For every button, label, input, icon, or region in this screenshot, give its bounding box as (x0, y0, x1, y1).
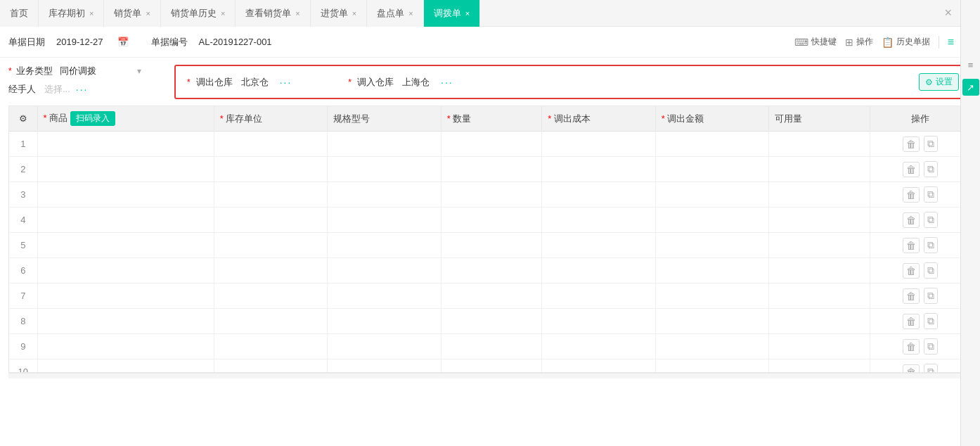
row-amount-5[interactable] (655, 233, 769, 258)
row-product-8[interactable] (37, 309, 214, 334)
row-amount-3[interactable] (655, 182, 769, 208)
row-spec-8[interactable] (328, 309, 441, 334)
copy-icon-10[interactable]: ⧉ (924, 364, 938, 373)
delete-icon-7[interactable]: 🗑 (903, 288, 920, 304)
tab-sales-order-close[interactable]: × (146, 9, 150, 18)
delete-icon-10[interactable]: 🗑 (903, 364, 920, 374)
main-close-btn[interactable]: × (944, 6, 952, 20)
row-qty-4[interactable] (441, 208, 542, 233)
tab-sales-history[interactable]: 销货单历史 × (161, 0, 236, 27)
row-unit-4[interactable] (214, 208, 328, 233)
business-type-value[interactable]: 同价调拨 (60, 65, 130, 77)
row-product-3[interactable] (37, 182, 214, 208)
row-spec-7[interactable] (328, 283, 441, 309)
delete-icon-4[interactable]: 🗑 (903, 212, 920, 228)
layout1-btn[interactable]: ≡ (948, 36, 954, 49)
row-spec-6[interactable] (328, 258, 441, 283)
row-spec-10[interactable] (328, 359, 441, 374)
row-cost-1[interactable] (542, 132, 656, 157)
right-panel-export-btn[interactable]: ↗ (962, 79, 979, 96)
tab-sales-history-close[interactable]: × (221, 9, 225, 18)
shortcut-btn[interactable]: ⌨ 快捷键 (794, 36, 837, 48)
row-cost-7[interactable] (542, 283, 656, 309)
row-unit-8[interactable] (214, 309, 328, 334)
row-qty-3[interactable] (441, 182, 542, 208)
row-spec-5[interactable] (328, 233, 441, 258)
row-product-7[interactable] (37, 283, 214, 309)
row-amount-10[interactable] (655, 359, 769, 374)
row-unit-3[interactable] (214, 182, 328, 208)
delete-icon-2[interactable]: 🗑 (903, 162, 920, 177)
row-product-9[interactable] (37, 334, 214, 359)
row-qty-1[interactable] (441, 132, 542, 157)
row-product-10[interactable] (37, 359, 214, 374)
tab-purchase[interactable]: 进货单 × (311, 0, 367, 27)
row-cost-5[interactable] (542, 233, 656, 258)
delete-icon-5[interactable]: 🗑 (903, 238, 920, 253)
tab-view-sales-close[interactable]: × (295, 9, 299, 18)
row-cost-6[interactable] (542, 258, 656, 283)
row-unit-5[interactable] (214, 233, 328, 258)
transfer-out-value[interactable]: 北京仓 (241, 76, 269, 89)
tab-transfer[interactable]: 调拨单 × (424, 0, 480, 27)
delete-icon-6[interactable]: 🗑 (903, 263, 920, 279)
delete-icon-8[interactable]: 🗑 (903, 314, 920, 329)
tab-inventory-check[interactable]: 盘点单 × (367, 0, 423, 27)
delete-icon-1[interactable]: 🗑 (903, 136, 920, 152)
tab-inventory-init-close[interactable]: × (89, 9, 94, 18)
row-product-4[interactable] (37, 208, 214, 233)
transfer-out-more-btn[interactable]: ··· (280, 77, 292, 88)
transfer-in-value[interactable]: 上海仓 (402, 76, 430, 89)
calendar-icon[interactable]: 📅 (117, 37, 129, 47)
copy-icon-4[interactable]: ⧉ (924, 212, 938, 228)
row-qty-7[interactable] (441, 283, 542, 309)
row-spec-1[interactable] (328, 132, 441, 157)
tab-transfer-close[interactable]: × (465, 9, 470, 18)
business-type-dropdown[interactable]: ▾ (137, 66, 141, 76)
copy-icon-9[interactable]: ⧉ (924, 338, 938, 355)
row-cost-2[interactable] (542, 157, 656, 182)
row-amount-8[interactable] (655, 309, 769, 334)
settings-btn[interactable]: ⚙ 设置 (919, 73, 959, 91)
copy-icon-6[interactable]: ⧉ (924, 262, 938, 279)
tab-sales-order[interactable]: 销货单 × (104, 0, 160, 27)
tab-home[interactable]: 首页 (0, 0, 39, 27)
copy-icon-8[interactable]: ⧉ (924, 313, 938, 329)
col-gear[interactable]: ⚙ (9, 106, 37, 132)
bottom-scrollbar[interactable] (8, 373, 972, 378)
tab-view-sales[interactable]: 查看销货单 × (236, 0, 310, 27)
delete-icon-9[interactable]: 🗑 (903, 339, 920, 355)
row-qty-2[interactable] (441, 157, 542, 182)
operator-value[interactable]: 选择... (44, 83, 70, 96)
row-cost-9[interactable] (542, 334, 656, 359)
row-amount-4[interactable] (655, 208, 769, 233)
operator-more-btn[interactable]: ··· (76, 84, 89, 95)
delete-icon-3[interactable]: 🗑 (903, 187, 920, 203)
row-amount-1[interactable] (655, 132, 769, 157)
copy-icon-1[interactable]: ⧉ (924, 136, 938, 152)
transfer-in-more-btn[interactable]: ··· (441, 77, 453, 88)
copy-icon-2[interactable]: ⧉ (924, 161, 938, 177)
row-product-6[interactable] (37, 258, 214, 283)
row-spec-3[interactable] (328, 182, 441, 208)
row-spec-2[interactable] (328, 157, 441, 182)
row-spec-9[interactable] (328, 334, 441, 359)
copy-icon-7[interactable]: ⧉ (924, 288, 938, 304)
row-amount-9[interactable] (655, 334, 769, 359)
copy-icon-5[interactable]: ⧉ (924, 237, 938, 253)
row-unit-1[interactable] (214, 132, 328, 157)
row-qty-5[interactable] (441, 233, 542, 258)
right-panel-list-btn[interactable]: ≡ (962, 56, 979, 73)
row-unit-9[interactable] (214, 334, 328, 359)
row-amount-6[interactable] (655, 258, 769, 283)
row-amount-2[interactable] (655, 157, 769, 182)
row-unit-10[interactable] (214, 359, 328, 374)
row-product-2[interactable] (37, 157, 214, 182)
row-qty-8[interactable] (441, 309, 542, 334)
row-product-5[interactable] (37, 233, 214, 258)
row-cost-8[interactable] (542, 309, 656, 334)
history-btn[interactable]: 📋 历史单据 (882, 36, 930, 48)
scan-btn[interactable]: 扫码录入 (70, 111, 115, 126)
tab-inventory-check-close[interactable]: × (408, 9, 413, 18)
row-cost-4[interactable] (542, 208, 656, 233)
